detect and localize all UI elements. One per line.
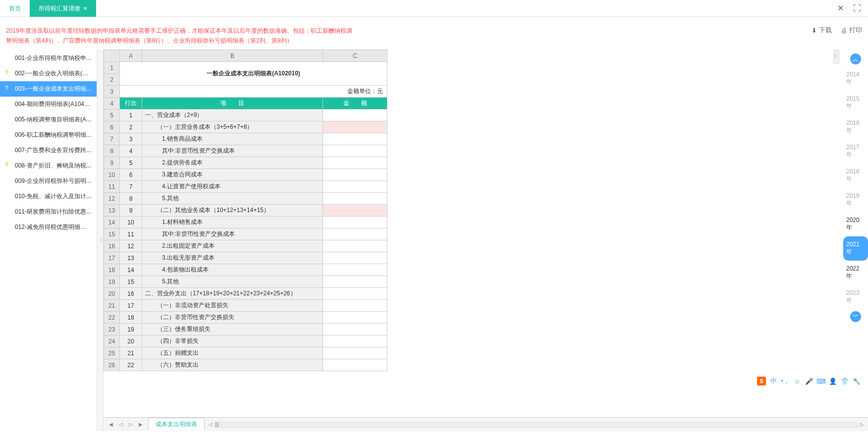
year-item[interactable]: 2020年 bbox=[843, 212, 868, 236]
row-header[interactable]: 23 bbox=[104, 324, 120, 335]
unit-label[interactable]: 金额单位：元 bbox=[120, 86, 387, 98]
print-button[interactable]: 🖨 打印 bbox=[841, 26, 862, 35]
ime-lang-icon[interactable]: 中 bbox=[769, 377, 778, 386]
col-header-c[interactable]: C bbox=[323, 50, 387, 62]
row-header[interactable]: 12 bbox=[104, 193, 120, 205]
th-rownum[interactable]: 行次 bbox=[120, 98, 142, 110]
item-cell[interactable]: 3.出租无形资产成本 bbox=[142, 252, 323, 264]
sidebar-item[interactable]: 009-企业所得税弥补亏损明... bbox=[0, 173, 97, 189]
amount-cell[interactable] bbox=[323, 324, 387, 335]
item-cell[interactable]: 2.出租固定资产成本 bbox=[142, 240, 323, 252]
row-header[interactable]: 18 bbox=[104, 264, 120, 276]
amount-cell[interactable] bbox=[323, 312, 387, 324]
ime-voice-icon[interactable]: 🎤 bbox=[805, 377, 814, 386]
item-cell[interactable]: 4.包装物出租成本 bbox=[142, 264, 323, 276]
item-cell[interactable]: 一、营业成本（2+9） bbox=[142, 110, 323, 121]
tab-income-tax[interactable]: 所得税汇算清缴 × bbox=[30, 0, 96, 17]
item-cell[interactable]: 1.材料销售成本 bbox=[142, 217, 323, 228]
year-scroll-down-icon[interactable]: ︾ bbox=[850, 311, 861, 322]
item-cell[interactable]: （三）债务重组损失 bbox=[142, 324, 323, 335]
rownum-cell[interactable]: 10 bbox=[120, 217, 142, 228]
amount-cell[interactable] bbox=[323, 335, 387, 347]
row-header[interactable]: 15 bbox=[104, 228, 120, 240]
row-header[interactable]: 26 bbox=[104, 359, 120, 371]
sidebar-item[interactable]: 005-纳税调整项目明细表(A... bbox=[0, 112, 97, 127]
sidebar-item[interactable]: 010-免税、减计收入及加计... bbox=[0, 189, 97, 204]
sidebar-item[interactable]: ?008-资产折旧、摊销及纳税... bbox=[0, 158, 97, 173]
col-header-a[interactable]: A bbox=[120, 50, 142, 62]
th-item[interactable]: 项 目 bbox=[142, 98, 323, 110]
item-cell[interactable]: （二）非货币性资产交换损失 bbox=[142, 312, 323, 324]
row-header[interactable]: 25 bbox=[104, 347, 120, 359]
rownum-cell[interactable]: 8 bbox=[120, 193, 142, 205]
row-header[interactable]: 13 bbox=[104, 205, 120, 217]
sidebar-item[interactable]: 012-减免所得税优惠明细表(... bbox=[0, 220, 97, 235]
corner-cell[interactable] bbox=[104, 50, 120, 62]
sidebar-item[interactable]: ?002-一般企业收入明细表(A10... bbox=[0, 66, 97, 81]
rownum-cell[interactable]: 6 bbox=[120, 169, 142, 181]
rownum-cell[interactable]: 17 bbox=[120, 300, 142, 312]
amount-cell[interactable] bbox=[323, 121, 387, 133]
rownum-cell[interactable]: 15 bbox=[120, 276, 142, 288]
row-header[interactable]: 22 bbox=[104, 312, 120, 324]
item-cell[interactable]: （四）非常损失 bbox=[142, 335, 323, 347]
close-window-icon[interactable]: ✕ bbox=[835, 3, 845, 13]
collapse-sidebar-handle[interactable]: 《 bbox=[97, 50, 104, 431]
row-header[interactable]: 3 bbox=[104, 86, 120, 98]
amount-cell[interactable] bbox=[323, 264, 387, 276]
rownum-cell[interactable]: 12 bbox=[120, 240, 142, 252]
amount-cell[interactable] bbox=[323, 240, 387, 252]
amount-cell[interactable] bbox=[323, 252, 387, 264]
rownum-cell[interactable]: 21 bbox=[120, 347, 142, 359]
amount-cell[interactable] bbox=[323, 157, 387, 169]
rownum-cell[interactable]: 19 bbox=[120, 324, 142, 335]
rownum-cell[interactable]: 14 bbox=[120, 264, 142, 276]
download-button[interactable]: ⬇ 下载 bbox=[812, 26, 832, 35]
amount-cell[interactable] bbox=[323, 288, 387, 300]
item-cell[interactable]: 3.建造合同成本 bbox=[142, 169, 323, 181]
sidebar-item[interactable]: 006-职工薪酬纳税调整明细... bbox=[0, 127, 97, 143]
expand-year-panel-handle[interactable]: 》 bbox=[833, 50, 839, 63]
item-cell[interactable]: （二）其他业务成本（10+12+13+14+15） bbox=[142, 205, 323, 217]
sidebar-item[interactable]: ?003-一般企业成本支出明细... bbox=[0, 81, 97, 97]
rownum-cell[interactable]: 11 bbox=[120, 228, 142, 240]
row-header[interactable]: 11 bbox=[104, 181, 120, 193]
row-header[interactable]: 17 bbox=[104, 252, 120, 264]
sheet-nav-first-icon[interactable]: ◀ bbox=[107, 420, 115, 429]
item-cell[interactable]: （五）捐赠支出 bbox=[142, 347, 323, 359]
year-item[interactable]: 2022年 bbox=[843, 261, 868, 285]
item-cell[interactable]: 5.其他 bbox=[142, 276, 323, 288]
row-header[interactable]: 24 bbox=[104, 335, 120, 347]
sheet-nav-last-icon[interactable]: ▶ bbox=[136, 420, 145, 429]
amount-cell[interactable] bbox=[323, 228, 387, 240]
col-header-b[interactable]: B bbox=[142, 50, 323, 62]
row-header[interactable]: 16 bbox=[104, 240, 120, 252]
sheet-title[interactable]: 一般企业成本支出明细表(A102010) bbox=[120, 62, 387, 86]
item-cell[interactable]: （六）赞助支出 bbox=[142, 359, 323, 371]
rownum-cell[interactable]: 7 bbox=[120, 181, 142, 193]
row-header[interactable]: 21 bbox=[104, 300, 120, 312]
sheet-tab[interactable]: 成本支出明细表 bbox=[148, 418, 205, 431]
amount-cell[interactable] bbox=[323, 205, 387, 217]
row-header[interactable]: 14 bbox=[104, 217, 120, 228]
row-header[interactable]: 8 bbox=[104, 145, 120, 157]
rownum-cell[interactable]: 13 bbox=[120, 252, 142, 264]
amount-cell[interactable] bbox=[323, 347, 387, 359]
sheet-nav-next-icon[interactable]: ▷ bbox=[126, 420, 135, 429]
sheet-nav-prev-icon[interactable]: ◁ bbox=[116, 420, 125, 429]
amount-cell[interactable] bbox=[323, 145, 387, 157]
row-header[interactable]: 20 bbox=[104, 288, 120, 300]
ime-punct-icon[interactable]: •， bbox=[781, 377, 790, 386]
rownum-cell[interactable]: 18 bbox=[120, 312, 142, 324]
year-scroll-up-icon[interactable]: ︽ bbox=[850, 54, 861, 64]
ime-skin-icon[interactable]: 👕 bbox=[840, 377, 849, 386]
sidebar-item[interactable]: 007-广告费和业务宣传费跨... bbox=[0, 143, 97, 158]
rownum-cell[interactable]: 22 bbox=[120, 359, 142, 371]
item-cell[interactable]: 4.让渡资产使用权成本 bbox=[142, 181, 323, 193]
row-header[interactable]: 10 bbox=[104, 169, 120, 181]
hscroll-right-icon[interactable]: ▷ bbox=[860, 422, 864, 427]
row-header[interactable]: 4 bbox=[104, 98, 120, 110]
tab-home[interactable]: 首页 bbox=[0, 0, 30, 17]
item-cell[interactable]: 1.销售商品成本 bbox=[142, 133, 323, 145]
ime-toolbox-icon[interactable]: 🔧 bbox=[852, 377, 861, 386]
